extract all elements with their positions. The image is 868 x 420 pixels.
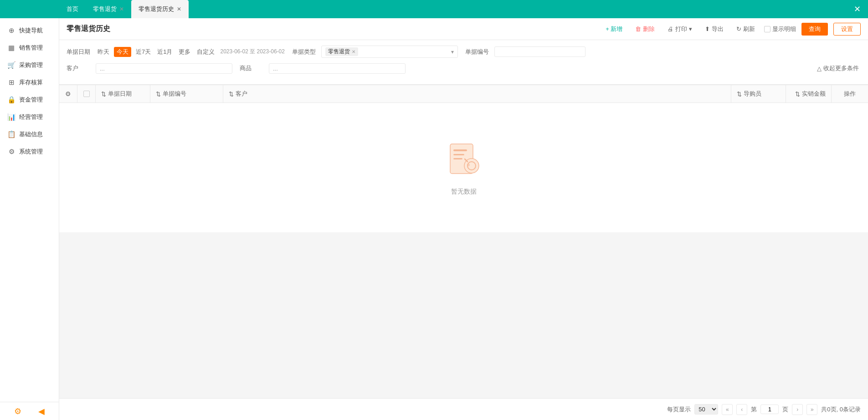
finance-icon: 🔒 (7, 96, 15, 104)
settings-bottom-icon[interactable]: ⚙ (14, 406, 21, 416)
doc-type-tag: 零售退货 ✕ (325, 47, 358, 56)
sidebar-item-label: 基础信息 (19, 130, 43, 138)
th-sort-amount-icon[interactable]: ⇅ (795, 91, 800, 97)
sidebar-item-system-mgmt[interactable]: ⚙ 系统管理 (0, 143, 59, 160)
refresh-button[interactable]: ↻ 刷新 (733, 23, 759, 35)
doc-type-content: 零售退货 ✕ (325, 47, 358, 56)
tab-retail-return[interactable]: 零售退货 ✕ (86, 0, 131, 18)
collapse-label: 收起更多条件 (823, 64, 859, 72)
tab-retail-return-close[interactable]: ✕ (119, 6, 124, 12)
sidebar-item-label: 资金管理 (19, 96, 43, 104)
prev-page-button[interactable]: ‹ (736, 404, 747, 415)
sidebar-item-label: 销售管理 (19, 44, 43, 52)
goods-ellipsis: ... (273, 65, 278, 72)
th-docno-label: 单据编号 (163, 90, 186, 98)
show-detail-checkbox[interactable] (764, 26, 770, 32)
customer-filter: 客户 ... (67, 63, 232, 74)
sidebar-item-label: 系统管理 (19, 148, 43, 156)
page-title: 零售退货历史 (67, 24, 110, 34)
th-sort-icon[interactable]: ⇅ (101, 91, 106, 97)
date-opt-more[interactable]: 更多 (177, 47, 192, 57)
collapse-filter-button[interactable]: △ 收起更多条件 (815, 62, 861, 74)
window-close-button[interactable]: ✕ (854, 4, 861, 14)
first-page-button[interactable]: « (722, 404, 733, 415)
doc-type-tag-close[interactable]: ✕ (352, 49, 355, 54)
filter-row-2: 客户 ... 商品 ... △ 收起更多条件 (67, 62, 861, 74)
page-number-input[interactable] (760, 405, 779, 414)
inventory-icon: ⊞ (7, 78, 15, 87)
collapse-sidebar-icon[interactable]: ◀ (38, 406, 45, 416)
export-button[interactable]: ⬆ 导出 (701, 23, 727, 35)
tab-home[interactable]: 首页 (59, 0, 86, 18)
last-page-button[interactable]: » (806, 404, 817, 415)
basic-info-icon: 📋 (7, 130, 15, 138)
customer-label: 客户 (67, 64, 92, 72)
th-sort-customer-icon[interactable]: ⇅ (229, 91, 234, 97)
tab-retail-return-history-label: 零售退货历史 (139, 5, 174, 13)
sidebar-item-inventory[interactable]: ⊞ 库存核算 (0, 74, 59, 91)
next-page-button[interactable]: › (792, 404, 803, 415)
date-opt-1month[interactable]: 近1月 (155, 47, 174, 57)
print-chevron: ▾ (689, 26, 692, 32)
refresh-icon: ↻ (736, 26, 741, 32)
select-all-checkbox[interactable] (83, 91, 90, 97)
export-icon: ⬆ (705, 26, 710, 32)
goods-input-wrapper[interactable]: ... (269, 63, 406, 74)
doc-no-input[interactable] (494, 46, 586, 57)
th-guide: ⇅ 导购员 (731, 85, 786, 102)
th-checkbox[interactable] (77, 85, 96, 102)
date-opt-7days[interactable]: 近7天 (134, 47, 153, 57)
query-button[interactable]: 查询 (801, 23, 828, 36)
date-filter-label: 单据日期 (67, 48, 92, 56)
pagination-footer: 每页显示 50 10 20 100 « ‹ 第 页 › » 共0页, 0条记录 (59, 398, 868, 420)
print-button[interactable]: 🖨 打印 ▾ (664, 23, 696, 35)
doc-type-tag-label: 零售退货 (328, 48, 350, 56)
tab-retail-return-label: 零售退货 (93, 5, 117, 13)
system-icon: ⚙ (7, 148, 15, 156)
settings-button[interactable]: 设置 (833, 23, 861, 36)
th-sort-guide-icon[interactable]: ⇅ (737, 91, 742, 97)
th-date: ⇅ 单据日期 (96, 85, 150, 102)
page-size-select[interactable]: 50 10 20 100 (694, 404, 718, 415)
tab-retail-return-history-close[interactable]: ✕ (177, 6, 181, 12)
sidebar-item-label: 快捷导航 (19, 26, 43, 35)
print-label: 打印 (675, 25, 687, 33)
th-amount-label: 实销金额 (802, 90, 826, 98)
quick-nav-icon: ⊕ (7, 26, 15, 35)
sidebar-item-finance[interactable]: 🔒 资金管理 (0, 91, 59, 108)
show-detail-label: 显示明细 (772, 25, 796, 33)
th-customer-label: 客户 (236, 90, 247, 98)
svg-rect-3 (453, 158, 462, 159)
page-word: 第 (751, 405, 757, 414)
sidebar-item-sales-mgmt[interactable]: ▦ 销售管理 (0, 39, 59, 56)
th-docno: ⇅ 单据编号 (150, 85, 223, 102)
doc-type-label: 单据类型 (292, 48, 318, 56)
doc-type-chevron: ▾ (451, 49, 454, 55)
th-date-label: 单据日期 (108, 90, 132, 98)
sidebar-item-purchase-mgmt[interactable]: 🛒 采购管理 (0, 56, 59, 74)
main-content: 零售退货历史 + 新增 🗑 删除 🖨 打印 ▾ ⬆ 导出 ↻ 刷新 显示明细 查… (59, 18, 868, 420)
page-header: 零售退货历史 + 新增 🗑 删除 🖨 打印 ▾ ⬆ 导出 ↻ 刷新 显示明细 查… (59, 18, 868, 40)
sidebar-item-basic-info[interactable]: 📋 基础信息 (0, 126, 59, 143)
customer-input-wrapper[interactable]: ... (96, 63, 232, 74)
header-actions: + 新增 🗑 删除 🖨 打印 ▾ ⬆ 导出 ↻ 刷新 显示明细 查询 设置 (602, 23, 861, 36)
top-bar: 首页 零售退货 ✕ 零售退货历史 ✕ ✕ (0, 0, 868, 18)
customer-ellipsis: ... (100, 65, 105, 72)
date-opt-yesterday[interactable]: 昨天 (96, 47, 111, 57)
doc-type-select[interactable]: 零售退货 ✕ ▾ (321, 46, 458, 58)
th-action-label: 操作 (844, 90, 856, 98)
sidebar: 🔍 搜索菜单 ⊕ 快捷导航 ▦ 销售管理 🛒 采购管理 ⊞ 库存核算 🔒 资金管… (0, 0, 59, 420)
tab-retail-return-history[interactable]: 零售退货历史 ✕ (131, 0, 189, 18)
date-opt-today[interactable]: 今天 (114, 47, 131, 57)
goods-label: 商品 (240, 64, 265, 72)
sidebar-item-operations[interactable]: 📊 经营管理 (0, 108, 59, 126)
date-opt-custom[interactable]: 自定义 (195, 47, 216, 57)
th-action: 操作 (832, 85, 868, 102)
th-settings[interactable]: ⚙ (59, 85, 77, 102)
th-sort-docno-icon[interactable]: ⇅ (156, 91, 161, 97)
delete-button[interactable]: 🗑 删除 (632, 23, 658, 35)
filter-row-1: 单据日期 昨天 今天 近7天 近1月 更多 自定义 2023-06-02 至 2… (67, 46, 861, 58)
doc-no-filter: 单据编号 (465, 46, 586, 57)
sidebar-item-quick-nav[interactable]: ⊕ 快捷导航 (0, 22, 59, 39)
new-button[interactable]: + 新增 (602, 23, 626, 35)
